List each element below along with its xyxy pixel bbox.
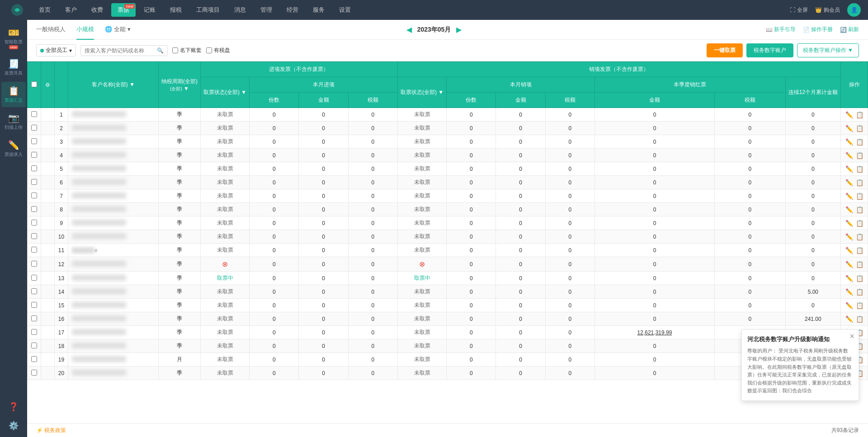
sub-ledger-checkbox[interactable] xyxy=(172,47,178,53)
copy-icon[interactable]: 📋 xyxy=(856,193,863,200)
sidebar-settings-icon[interactable]: ⚙️ xyxy=(6,418,21,433)
copy-icon[interactable]: 📋 xyxy=(856,138,863,146)
row-checkbox[interactable] xyxy=(31,343,37,348)
edit-icon[interactable]: ✏️ xyxy=(845,125,853,132)
row-checkbox[interactable] xyxy=(31,302,37,308)
edit-icon[interactable]: ✏️ xyxy=(845,288,853,296)
nav-client[interactable]: 客户 xyxy=(59,3,83,17)
nav-service[interactable]: 服务 xyxy=(307,3,331,17)
row-client-name-cell[interactable] xyxy=(68,203,159,216)
row-checkbox[interactable] xyxy=(31,288,37,294)
fullscreen-button[interactable]: ⛶ 全屏 xyxy=(790,6,808,14)
copy-icon[interactable]: 📋 xyxy=(856,261,863,268)
row-checkbox[interactable] xyxy=(31,111,37,117)
row-client-name-cell[interactable] xyxy=(68,257,159,272)
row-checkbox[interactable] xyxy=(31,220,37,226)
edit-icon[interactable]: ✏️ xyxy=(845,302,853,309)
row-client-name-cell[interactable] xyxy=(68,149,159,162)
copy-icon[interactable]: 📋 xyxy=(856,165,863,173)
tab-small-scale[interactable]: 小规模 xyxy=(76,20,94,40)
employee-filter[interactable]: 全部员工 ▾ xyxy=(36,44,76,56)
row-client-name-cell[interactable] xyxy=(68,353,159,367)
row-client-name-cell[interactable] xyxy=(68,272,159,285)
row-checkbox[interactable] xyxy=(31,247,37,253)
nav-operation[interactable]: 经营 xyxy=(280,3,305,17)
row-checkbox[interactable] xyxy=(31,179,37,185)
sidebar-item-issue-ticket[interactable]: 🧾 发票开具 xyxy=(1,55,26,80)
vip-button[interactable]: 👑 购会员 xyxy=(815,6,840,14)
nav-settings[interactable]: 设置 xyxy=(333,3,357,17)
row-client-name-cell[interactable] xyxy=(68,108,159,122)
copy-icon[interactable]: 📋 xyxy=(856,275,863,282)
refresh-button[interactable]: 🔄 刷新 xyxy=(840,26,859,33)
has-tax-checkbox[interactable] xyxy=(206,47,212,53)
row-checkbox[interactable] xyxy=(31,329,37,335)
tax-policy-link[interactable]: ⚡ 税务政策 xyxy=(36,427,66,434)
row-client-name-cell[interactable] xyxy=(68,326,159,339)
edit-icon[interactable]: ✏️ xyxy=(845,315,853,323)
edit-icon[interactable]: ✏️ xyxy=(845,179,853,186)
manual-button[interactable]: 📄 操作手册 xyxy=(803,26,833,33)
row-checkbox[interactable] xyxy=(31,125,37,131)
row-checkbox[interactable] xyxy=(31,193,37,198)
sidebar-item-smart-ticket[interactable]: 🎫 智能取票 new xyxy=(1,23,26,53)
search-input[interactable] xyxy=(85,47,157,54)
edit-icon[interactable]: ✏️ xyxy=(845,206,853,213)
row-client-name-cell[interactable] xyxy=(68,367,159,380)
edit-icon[interactable]: ✏️ xyxy=(845,152,853,159)
one-click-ticket-button[interactable]: 一键取票 xyxy=(707,43,743,57)
row-client-name-cell[interactable] xyxy=(68,122,159,135)
row-client-name-cell[interactable] xyxy=(68,135,159,149)
edit-icon[interactable]: ✏️ xyxy=(845,138,853,146)
nav-tax[interactable]: 报税 xyxy=(164,3,188,17)
row-client-name-cell[interactable] xyxy=(68,176,159,189)
row-client-name-cell[interactable] xyxy=(68,339,159,353)
nav-manage[interactable]: 管理 xyxy=(254,3,278,17)
edit-icon[interactable]: ✏️ xyxy=(845,111,853,118)
notification-close-button[interactable]: ✕ xyxy=(849,333,855,340)
tax-digital-account-button[interactable]: 税务数字账户 xyxy=(746,43,793,57)
sidebar-help-icon[interactable]: ❓ xyxy=(6,399,21,414)
nav-billing[interactable]: 收费 xyxy=(85,3,109,17)
nav-ticket[interactable]: 票据 new xyxy=(111,3,136,17)
th-tax-period[interactable]: 纳税周期(全部) (全部) ▼ xyxy=(159,62,201,108)
row-checkbox[interactable] xyxy=(31,275,37,281)
sidebar-item-ticket-entry[interactable]: ✏️ 票据录入 xyxy=(1,136,26,161)
period-next-button[interactable]: ▶ xyxy=(456,25,462,34)
edit-icon[interactable]: ✏️ xyxy=(845,247,853,254)
row-checkbox[interactable] xyxy=(31,261,37,267)
nav-message[interactable]: 消息 xyxy=(228,3,252,17)
edit-icon[interactable]: ✏️ xyxy=(845,233,853,240)
copy-icon[interactable]: 📋 xyxy=(856,125,863,132)
has-tax-filter[interactable]: 有税盘 xyxy=(206,47,230,54)
row-client-name-cell[interactable]: █████e xyxy=(68,244,159,257)
row-checkbox[interactable] xyxy=(31,233,37,239)
edit-icon[interactable]: ✏️ xyxy=(845,193,853,200)
row-checkbox[interactable] xyxy=(31,138,37,144)
row-client-name-cell[interactable] xyxy=(68,285,159,299)
sub-ledger-filter[interactable]: 名下账套 xyxy=(172,47,202,54)
user-avatar[interactable]: 👤 xyxy=(847,3,861,17)
th-in-status[interactable]: 取票状态(全部) ▼ xyxy=(201,77,250,108)
copy-icon[interactable]: 📋 xyxy=(856,152,863,159)
tax-digital-ops-button[interactable]: 税务数字账户操作 ▼ xyxy=(797,43,859,57)
row-client-name-cell[interactable] xyxy=(68,216,159,230)
th-out-status[interactable]: 取票状态(全部) ▼ xyxy=(397,77,446,108)
edit-icon[interactable]: ✏️ xyxy=(845,275,853,282)
select-all-checkbox[interactable] xyxy=(31,81,37,87)
row-client-name-cell[interactable] xyxy=(68,230,159,244)
nav-accounting[interactable]: 记账 xyxy=(137,3,162,17)
period-prev-button[interactable]: ◀ xyxy=(406,25,412,34)
edit-icon[interactable]: ✏️ xyxy=(845,220,853,227)
row-client-name-cell[interactable] xyxy=(68,189,159,203)
sidebar-item-scan-upload[interactable]: 📷 扫描上传 xyxy=(1,109,26,134)
copy-icon[interactable]: 📋 xyxy=(856,247,863,254)
copy-icon[interactable]: 📋 xyxy=(856,302,863,309)
row-checkbox[interactable] xyxy=(31,152,37,158)
search-icon[interactable]: 🔍 xyxy=(157,47,164,54)
new-guide-button[interactable]: 📖 新手引导 xyxy=(766,26,796,33)
row-client-name-cell[interactable] xyxy=(68,162,159,176)
tab-all-capable[interactable]: 🌐 全能 ▾ xyxy=(105,20,131,40)
copy-icon[interactable]: 📋 xyxy=(856,233,863,240)
copy-icon[interactable]: 📋 xyxy=(856,179,863,186)
